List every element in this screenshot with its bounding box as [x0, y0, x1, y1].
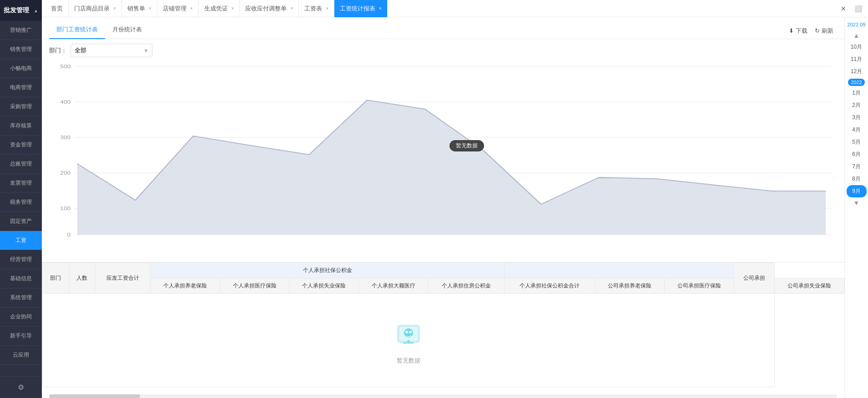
date-year-2022[interactable]: 2022	[848, 79, 864, 86]
date-item-may[interactable]: 5月	[847, 136, 867, 148]
data-table: 部门 人数 应发工资合计 个人承担社保公积金 公司承担 个人承担养老保险 个人承…	[42, 262, 844, 387]
table-area[interactable]: 部门 人数 应发工资合计 个人承担社保公积金 公司承担 个人承担养老保险 个人承…	[42, 262, 844, 394]
date-nav-down[interactable]: ▼	[851, 197, 862, 208]
th-personal-pension: 个人承担养老保险	[151, 278, 220, 294]
svg-rect-18	[403, 342, 414, 344]
sidebar-item-经营管理[interactable]: 经营管理	[0, 250, 42, 269]
th-personal-unemployment: 个人承担失业保险	[289, 278, 358, 294]
dept-select-value: 全部	[75, 46, 86, 55]
table-empty-cell: 暂无数据	[42, 294, 775, 387]
sidebar-header[interactable]: 批发管理 ▲	[0, 0, 42, 21]
date-item-feb[interactable]: 2月	[847, 99, 867, 111]
tab-销售单[interactable]: 销售单×	[122, 0, 157, 17]
th-personal-total: 个人承担社保公积金合计	[505, 278, 595, 294]
svg-text:0: 0	[67, 232, 71, 237]
sidebar-item-库存核算[interactable]: 库存核算	[0, 116, 42, 136]
th-company-insurance	[505, 263, 734, 278]
date-item-apr[interactable]: 4月	[847, 124, 867, 136]
tab-close-icon[interactable]: ×	[379, 6, 382, 11]
tab-expand-button[interactable]: ⬜	[852, 2, 864, 15]
th-personal-insurance: 个人承担社保公积金	[151, 263, 505, 278]
sub-tab-month[interactable]: 月份统计表	[105, 23, 149, 39]
sidebar-item-电商管理[interactable]: 电商管理	[0, 78, 42, 97]
sidebar-item-云应用[interactable]: 云应用	[0, 346, 42, 365]
date-panel: 2022.09 ▲ 10月 11月 12月 2022 1月 2月 3月 4月 5…	[844, 17, 868, 398]
scrollbar-thumb[interactable]	[49, 394, 140, 398]
sidebar-item-税务管理[interactable]: 税务管理	[0, 193, 42, 212]
empty-state: 暂无数据	[47, 297, 770, 383]
sidebar-item-采购管理[interactable]: 采购管理	[0, 97, 42, 116]
sidebar-item-资金管理[interactable]: 资金管理	[0, 136, 42, 155]
refresh-icon: ↻	[815, 27, 820, 34]
download-icon: ⬇	[789, 27, 794, 34]
sidebar-item-新手引导[interactable]: 新手引导	[0, 327, 42, 346]
tab-工资表[interactable]: 工资表×	[299, 0, 334, 17]
tab-close-icon[interactable]: ×	[149, 6, 151, 11]
tab-店铺管理[interactable]: 店铺管理×	[157, 0, 199, 17]
date-item-mar[interactable]: 3月	[847, 111, 867, 124]
date-item-oct[interactable]: 10月	[847, 41, 867, 53]
sub-tab-dept[interactable]: 部门工资统计表	[49, 23, 105, 39]
th-company-pension: 公司承担养老保险	[595, 278, 664, 294]
svg-point-17	[409, 331, 412, 333]
empty-text: 暂无数据	[397, 357, 420, 365]
th-company-extra: 公司承担	[734, 263, 775, 294]
th-company-unemployment: 公司承担失业保险	[775, 278, 844, 294]
tab-close-icon[interactable]: ×	[326, 6, 328, 11]
date-item-jun[interactable]: 6月	[847, 148, 867, 161]
tab-门店商品目录[interactable]: 门店商品目录×	[69, 0, 122, 17]
date-item-dec[interactable]: 12月	[847, 65, 867, 78]
sidebar-item-固定资产[interactable]: 固定资产	[0, 212, 42, 231]
sidebar-item-系统管理[interactable]: 系统管理	[0, 288, 42, 307]
main-area: 首页门店商品目录×销售单×店铺管理×生成凭证×应收应付调整单×工资表×工资统计报…	[42, 0, 868, 398]
svg-text:300: 300	[60, 135, 71, 140]
content-area: 部门工资统计表 月份统计表 ⬇ 下载 ↻ 刷新 部门： 全部	[42, 17, 868, 398]
sub-tabs: 部门工资统计表 月份统计表 ⬇ 下载 ↻ 刷新	[42, 17, 844, 39]
date-header[interactable]: 2022.09	[848, 19, 866, 30]
area-chart: 0 100 200 300 400 500	[49, 62, 837, 248]
sidebar-item-基础信息[interactable]: 基础信息	[0, 269, 42, 288]
tab-首页[interactable]: 首页	[45, 0, 69, 17]
sidebar-item-总账管理[interactable]: 总账管理	[0, 155, 42, 174]
sidebar-item-工资[interactable]: 工资	[0, 231, 42, 250]
tab-bar: 首页门店商品目录×销售单×店铺管理×生成凭证×应收应付调整单×工资表×工资统计报…	[42, 0, 868, 17]
dept-select[interactable]: 全部 ▼	[71, 44, 152, 57]
sidebar-item-销售管理[interactable]: 销售管理	[0, 40, 42, 59]
tab-close-icon[interactable]: ×	[290, 6, 293, 11]
date-item-sep-active[interactable]: 9月	[847, 185, 867, 197]
date-item-aug[interactable]: 8月	[847, 173, 867, 185]
th-dept: 部门	[42, 263, 69, 294]
svg-point-15	[404, 328, 413, 338]
sidebar-item-企业协同[interactable]: 企业协同	[0, 307, 42, 327]
sidebar-footer-settings[interactable]: ⚙	[0, 376, 42, 398]
sidebar-item-小畅电商[interactable]: 小畅电商	[0, 59, 42, 78]
sidebar-item-发票管理[interactable]: 发票管理	[0, 174, 42, 193]
svg-text:500: 500	[60, 64, 71, 69]
th-personal-medical: 个人承担医疗保险	[220, 278, 289, 294]
tab-close-icon[interactable]: ×	[113, 6, 116, 11]
sidebar: 批发管理 ▲ 营销推广销售管理小畅电商电商管理采购管理库存核算资金管理总账管理发…	[0, 0, 42, 398]
th-count: 人数	[69, 263, 96, 294]
tab-工资统计报表[interactable]: 工资统计报表×	[334, 0, 388, 17]
refresh-button[interactable]: ↻ 刷新	[811, 25, 837, 37]
tab-close-icon[interactable]: ×	[232, 6, 234, 11]
horizontal-scrollbar[interactable]	[49, 394, 837, 398]
tab-应收应付调整单[interactable]: 应收应付调整单×	[240, 0, 299, 17]
chart-container: 0 100 200 300 400 500 暂无数据	[49, 62, 837, 248]
date-item-jul[interactable]: 7月	[847, 161, 867, 173]
svg-text:200: 200	[60, 170, 71, 176]
filter-toolbar: 部门： 全部 ▼	[42, 39, 844, 62]
th-company-medical: 公司承担医疗保险	[665, 278, 734, 294]
th-personal-large-medical: 个人承担大额医疗	[358, 278, 428, 294]
date-item-jan[interactable]: 1月	[847, 87, 867, 99]
chart-area: 0 100 200 300 400 500 暂无数据	[42, 62, 844, 262]
tab-生成凭证[interactable]: 生成凭证×	[199, 0, 240, 17]
date-item-nov[interactable]: 11月	[847, 53, 867, 65]
tab-close-icon[interactable]: ×	[190, 6, 193, 11]
sidebar-item-营销推广[interactable]: 营销推广	[0, 21, 42, 40]
tab-close-button[interactable]: ✕	[837, 2, 850, 15]
settings-icon: ⚙	[18, 383, 24, 391]
date-nav-up[interactable]: ▲	[851, 30, 862, 41]
download-button[interactable]: ⬇ 下载	[785, 25, 811, 37]
chevron-down-icon: ▼	[144, 48, 148, 53]
